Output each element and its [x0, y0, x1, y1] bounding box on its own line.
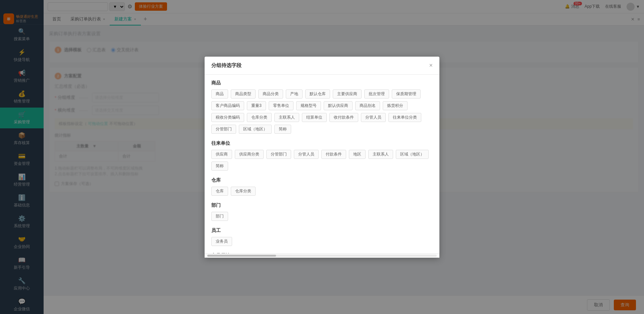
field-tag[interactable]: 产地: [286, 89, 303, 99]
field-tag[interactable]: 区域（地区）: [396, 150, 429, 159]
field-tag[interactable]: 商品: [211, 89, 228, 99]
modal-field-selector: 分组待选字段 × 商品 商品 商品类型 商品分类 产地 默认仓库 主要供应商 批…: [205, 57, 439, 258]
field-tag[interactable]: 结算单位: [302, 113, 327, 122]
field-tag[interactable]: 主联系人: [368, 150, 393, 159]
field-tag[interactable]: 主联系人: [274, 113, 299, 122]
modal-header: 分组待选字段 ×: [205, 57, 439, 75]
field-tag[interactable]: 简称: [211, 162, 228, 171]
field-group-partner: 往来单位 供应商 供应商分类 分管部门 分管人员 付款条件 地区 主联系人 区域…: [211, 140, 433, 171]
field-group-warehouse: 仓库 仓库 仓库分类: [211, 177, 433, 196]
field-group-dept: 部门 部门: [211, 202, 433, 221]
modal-overlay: 分组待选字段 × 商品 商品 商品类型 商品分类 产地 默认仓库 主要供应商 批…: [0, 0, 644, 314]
field-tag[interactable]: 往来单位分类: [388, 113, 421, 122]
field-tag[interactable]: 区域（地区）: [239, 125, 272, 134]
field-tag[interactable]: 分管人员: [361, 113, 386, 122]
field-tag[interactable]: 商品类型: [231, 89, 256, 99]
field-tag[interactable]: 商品分类: [258, 89, 283, 99]
field-tag[interactable]: 炼货积分: [383, 101, 408, 110]
field-tag[interactable]: 规格型号: [296, 101, 321, 110]
field-tag[interactable]: 默认供应商: [324, 101, 353, 110]
field-tag[interactable]: 默认仓库: [305, 89, 330, 99]
field-tags-employee: 业务员: [211, 237, 433, 246]
field-tag[interactable]: 简称: [274, 125, 291, 134]
field-group-dept-title: 部门: [211, 202, 433, 208]
field-tag[interactable]: 保质期管理: [392, 89, 421, 99]
field-tag[interactable]: 供应商: [211, 150, 232, 159]
field-tag[interactable]: 分管部门: [266, 150, 291, 159]
field-tags-product: 商品 商品类型 商品分类 产地 默认仓库 主要供应商 批次管理 保质期管理 客户…: [211, 89, 433, 134]
field-tag[interactable]: 客户商品编码: [211, 101, 244, 110]
field-group-product-title: 商品: [211, 80, 433, 86]
field-group-product: 商品 商品 商品类型 商品分类 产地 默认仓库 主要供应商 批次管理 保质期管理…: [211, 80, 433, 134]
field-tag[interactable]: 业务员: [211, 237, 232, 246]
field-tag[interactable]: 仓库分类: [231, 187, 256, 196]
field-group-partner-title: 往来单位: [211, 140, 433, 146]
field-tags-dept: 部门: [211, 212, 433, 221]
field-tag[interactable]: 分管部门: [211, 125, 236, 134]
field-group-employee: 员工 业务员: [211, 228, 433, 246]
field-tag[interactable]: 零售单位: [269, 101, 293, 110]
modal-close-button[interactable]: ×: [429, 62, 433, 69]
field-tag[interactable]: 仓库分类: [247, 113, 272, 122]
field-tag[interactable]: 仓库: [211, 187, 228, 196]
field-tag[interactable]: 税收分类编码: [211, 113, 244, 122]
field-tag[interactable]: 批次管理: [364, 89, 389, 99]
field-tag[interactable]: 重量3: [247, 101, 266, 110]
field-tag[interactable]: 分管人员: [294, 150, 319, 159]
field-tags-warehouse: 仓库 仓库分类: [211, 187, 433, 196]
modal-title: 分组待选字段: [211, 62, 241, 69]
field-tag[interactable]: 收付款条件: [329, 113, 358, 122]
field-group-warehouse-title: 仓库: [211, 177, 433, 183]
field-tag[interactable]: 地区: [349, 150, 366, 159]
modal-scrollbar-area: [205, 253, 439, 258]
field-tag[interactable]: 部门: [211, 212, 228, 221]
modal-body: 商品 商品 商品类型 商品分类 产地 默认仓库 主要供应商 批次管理 保质期管理…: [205, 75, 439, 253]
field-tags-partner: 供应商 供应商分类 分管部门 分管人员 付款条件 地区 主联系人 区域（地区） …: [211, 150, 433, 171]
field-tag[interactable]: 供应商分类: [235, 150, 264, 159]
field-group-employee-title: 员工: [211, 228, 433, 234]
field-tag[interactable]: 付款条件: [321, 150, 346, 159]
field-tag[interactable]: 主要供应商: [333, 89, 362, 99]
field-tag[interactable]: 商品别名: [355, 101, 380, 110]
